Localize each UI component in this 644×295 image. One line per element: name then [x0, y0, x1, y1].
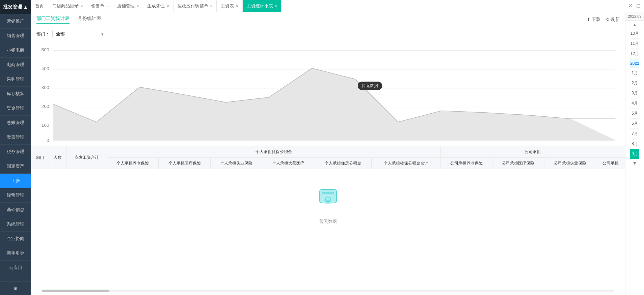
- tab-门店商品目录[interactable]: 门店商品目录×: [48, 0, 87, 12]
- sub-tab-月份统计表[interactable]: 月份统计表: [78, 16, 101, 24]
- empty-icon: [315, 183, 342, 214]
- tab-工资统计报表[interactable]: 工资统计报表×: [243, 0, 281, 12]
- date-item-9月[interactable]: 9月: [630, 149, 639, 159]
- refresh-icon: ↻: [606, 17, 610, 22]
- col-personal-major-med: 个人承担大额医疗: [262, 158, 314, 169]
- sub-tab-部门工资统计表[interactable]: 部门工资统计表: [36, 16, 70, 24]
- col-company-pension: 公司承担养老保险: [440, 158, 492, 169]
- dept-select-wrapper: 全部销售部财务部行政部采购部: [52, 30, 106, 38]
- sidebar-item-发票管理[interactable]: 发票管理: [0, 130, 31, 145]
- tab-close-icon[interactable]: ×: [236, 4, 238, 8]
- refresh-button[interactable]: ↻ 刷新: [606, 17, 620, 23]
- sidebar-item-小畅电商[interactable]: 小畅电商: [0, 43, 31, 58]
- date-item-2022[interactable]: 2022: [630, 59, 639, 68]
- chart-svg: 500 400 300 200 100 0: [36, 44, 620, 146]
- tab-销售单[interactable]: 销售单×: [87, 0, 113, 12]
- date-item-10月[interactable]: 10月: [630, 29, 639, 39]
- date-item-11月[interactable]: 11月: [630, 39, 639, 49]
- tab-bar-actions: ✕ □: [627, 2, 644, 10]
- tab-工资表[interactable]: 工资表×: [217, 0, 242, 12]
- date-nav-down[interactable]: ▼: [625, 159, 644, 167]
- tab-应收应付调整单[interactable]: 应收应付调整单×: [173, 0, 217, 12]
- content-area: 部门工资统计表月份统计表 ⬇ 下载 ↻ 刷新 部门： 全部销售部财务部行政部采购…: [31, 12, 644, 295]
- tab-店铺管理[interactable]: 店铺管理×: [113, 0, 143, 12]
- date-panel: 2022.09 ▲ 10月11月12月20221月2月3月4月5月6月7月8月9…: [625, 12, 644, 295]
- tab-close-icon[interactable]: ×: [275, 4, 277, 8]
- sidebar-title[interactable]: 批发管理 ▲: [0, 0, 31, 14]
- date-item-8月[interactable]: 8月: [630, 139, 639, 149]
- sidebar-item-工资[interactable]: 工资: [0, 174, 31, 188]
- svg-text:0: 0: [47, 138, 49, 143]
- svg-text:100: 100: [42, 123, 49, 128]
- close-tab-button[interactable]: ✕: [627, 2, 634, 10]
- date-item-6月[interactable]: 6月: [630, 119, 639, 129]
- tab-close-icon[interactable]: ×: [81, 4, 83, 8]
- tab-close-icon[interactable]: ×: [210, 4, 212, 8]
- sidebar-item-固定资产[interactable]: 固定资产: [0, 159, 31, 174]
- col-personal-unemploy: 个人承担失业保险: [210, 158, 262, 169]
- tab-close-icon[interactable]: ×: [167, 4, 169, 8]
- date-item-2月[interactable]: 2月: [630, 78, 639, 88]
- refresh-label: 刷新: [611, 17, 620, 23]
- filter-bar: 部门： 全部销售部财务部行政部采购部: [31, 27, 625, 41]
- col-company-insurance: 公司承担: [440, 146, 625, 158]
- date-panel-header: 2022.09: [625, 12, 644, 21]
- tab-生成凭证[interactable]: 生成凭证×: [143, 0, 173, 12]
- col-total-wage: 应发工资合计: [66, 146, 107, 169]
- svg-rect-14: [322, 192, 334, 194]
- col-personal-housing: 个人承担住房公积金: [314, 158, 371, 169]
- empty-label: 暂无数据: [319, 218, 337, 225]
- sidebar-item-经营管理[interactable]: 经营管理: [0, 188, 31, 203]
- date-item-1月[interactable]: 1月: [630, 68, 639, 78]
- download-button[interactable]: ⬇ 下载: [587, 17, 600, 23]
- dept-select[interactable]: 全部销售部财务部行政部采购部: [52, 30, 106, 38]
- sidebar-item-电商管理[interactable]: 电商管理: [0, 58, 31, 72]
- date-item-4月[interactable]: 4月: [630, 98, 639, 109]
- sidebar-bottom: ⚙: [0, 282, 31, 295]
- sidebar-item-销售管理[interactable]: 销售管理: [0, 29, 31, 43]
- svg-marker-12: [53, 68, 615, 140]
- main-content: 部门工资统计表月份统计表 ⬇ 下载 ↻ 刷新 部门： 全部销售部财务部行政部采购…: [31, 12, 625, 295]
- table-scrollbar-thumb[interactable]: [42, 290, 109, 292]
- table-scrollbar[interactable]: [42, 290, 614, 292]
- svg-text:400: 400: [42, 66, 49, 71]
- table-area[interactable]: 部门 人数 应发工资合计 个人承担社保公积金 公司承担 个人承担养老保险 个人承…: [31, 146, 625, 287]
- sidebar-item-云应用[interactable]: 云应用: [0, 261, 31, 275]
- svg-text:300: 300: [42, 85, 49, 90]
- date-item-7月[interactable]: 7月: [630, 129, 639, 139]
- table-row: 暂无数据: [31, 169, 625, 238]
- sidebar-item-新手引导[interactable]: 新手引导: [0, 246, 31, 261]
- col-company-unemploy: 公司承担失业保险: [544, 158, 596, 169]
- sidebar-item-企业协同[interactable]: 企业协同: [0, 232, 31, 246]
- sidebar-item-资金管理[interactable]: 资金管理: [0, 101, 31, 116]
- sidebar-item-基础信息[interactable]: 基础信息: [0, 203, 31, 217]
- sidebar-item-采购管理[interactable]: 采购管理: [0, 72, 31, 87]
- settings-button[interactable]: ⚙: [0, 282, 31, 295]
- sidebar-item-系统管理[interactable]: 系统管理: [0, 217, 31, 232]
- sidebar-item-营销推广[interactable]: 营销推广: [0, 14, 31, 29]
- table-scrollbar-area: [31, 287, 625, 295]
- col-count: 人数: [49, 146, 66, 169]
- download-label: 下载: [592, 17, 600, 23]
- date-item-3月[interactable]: 3月: [630, 88, 639, 98]
- tab-bar: 首页门店商品目录×销售单×店铺管理×生成凭证×应收应付调整单×工资表×工资统计报…: [31, 0, 644, 12]
- date-item-12月[interactable]: 12月: [630, 49, 639, 59]
- tab-close-icon[interactable]: ×: [106, 4, 108, 8]
- svg-point-16: [326, 198, 328, 200]
- maximize-tab-button[interactable]: □: [635, 2, 641, 10]
- svg-point-17: [328, 198, 330, 200]
- date-nav-up[interactable]: ▲: [625, 21, 644, 29]
- date-item-5月[interactable]: 5月: [630, 109, 639, 119]
- col-personal-insurance: 个人承担社保公积金: [107, 146, 440, 158]
- tab-首页[interactable]: 首页: [31, 0, 48, 12]
- col-personal-pension: 个人承担养老保险: [107, 158, 159, 169]
- sidebar-item-税务管理[interactable]: 税务管理: [0, 145, 31, 159]
- sidebar-title-text: 批发管理: [3, 4, 22, 10]
- table-header-row2: 个人承担养老保险 个人承担医疗保险 个人承担失业保险 个人承担大额医疗 个人承担…: [31, 158, 625, 169]
- dept-filter-label: 部门：: [36, 31, 50, 37]
- col-personal-total: 个人承担社保公积金合计: [372, 158, 440, 169]
- sidebar-item-库存核算[interactable]: 库存核算: [0, 87, 31, 101]
- tab-close-icon[interactable]: ×: [137, 4, 139, 8]
- sidebar-item-总账管理[interactable]: 总账管理: [0, 116, 31, 130]
- sidebar: 批发管理 ▲ 营销推广销售管理小畅电商电商管理采购管理库存核算资金管理总账管理发…: [0, 0, 31, 295]
